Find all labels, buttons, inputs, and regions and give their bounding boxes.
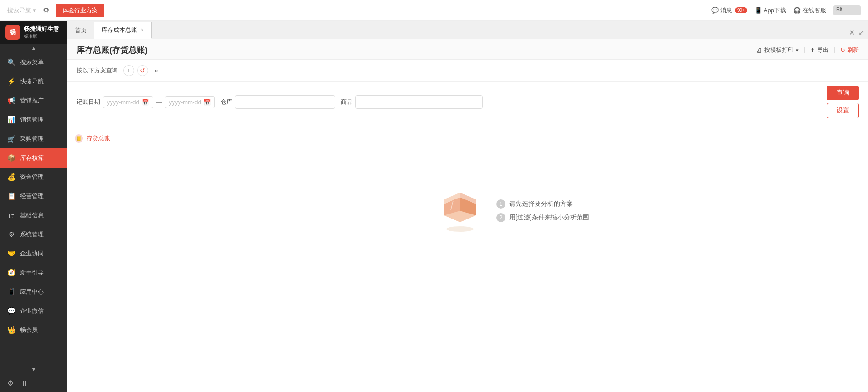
close-panel-icon[interactable]: ✕ (847, 26, 857, 39)
sidebar-item-system[interactable]: ⚙ 系统管理 (0, 225, 67, 244)
empty-tips: 1 请先选择要分析的方案 2 用[过滤]条件来缩小分析范围 (496, 199, 589, 222)
collapse-sidebar-icon[interactable]: ⏸ (21, 379, 28, 387)
tip-num-1: 1 (496, 199, 505, 209)
filter-sidebar-label: 存货总账 (87, 134, 110, 143)
date-field-label: 记账日期 (77, 98, 100, 106)
tip-num-2: 2 (496, 213, 505, 222)
main-layout: 畅 畅捷通好生意 标准版 ▲ 🔍 搜索菜单 ⚡ 快捷导航 📢 营销推广 📊 (0, 21, 868, 392)
sidebar-item-sales[interactable]: 📊 销售管理 (0, 110, 67, 129)
empty-visual: 1 请先选择要分析的方案 2 用[过滤]条件来缩小分析范围 (437, 188, 589, 234)
warehouse-select[interactable]: ··· (235, 95, 335, 109)
query-btn[interactable]: 查询 (827, 86, 859, 100)
sidebar-item-label: 应用中心 (20, 288, 44, 296)
date-start-input[interactable]: yyyy-mm-dd 📅 (103, 96, 153, 108)
filter-fields: 记账日期 yyyy-mm-dd 📅 — yyyy-mm-dd 📅 仓库 (67, 82, 868, 124)
sidebar-item-label: 新手引导 (20, 269, 44, 277)
user-avatar[interactable]: Rit (833, 5, 861, 15)
app-download-icon: 📱 (755, 7, 762, 14)
breadcrumb-chevron-icon: ▾ (33, 7, 36, 14)
filter-collapse-btn[interactable]: « (151, 65, 162, 76)
settings-config-btn[interactable]: 设置 (827, 103, 859, 118)
product-field-group: 商品 ··· (341, 95, 483, 109)
warehouse-more-icon[interactable]: ··· (325, 98, 331, 106)
message-icon: 💬 (711, 7, 719, 14)
export-btn[interactable]: ⬆ 导出 (810, 46, 829, 54)
industry-btn[interactable]: 体验行业方案 (56, 4, 104, 17)
quick-nav-icon: ⚡ (7, 77, 15, 86)
product-label: 商品 (341, 98, 352, 106)
sidebar-item-enterprise[interactable]: 🤝 企业协同 (0, 244, 67, 263)
sidebar-item-app-center[interactable]: 📱 应用中心 (0, 282, 67, 301)
tab-inventory-cost-ledger[interactable]: 库存成本总账 × (94, 22, 152, 39)
tab-inventory-cost-ledger-label: 库存成本总账 (102, 26, 137, 34)
sidebar-item-quick-nav[interactable]: ⚡ 快捷导航 (0, 72, 67, 91)
calendar-end-icon: 📅 (204, 99, 211, 106)
sidebar-item-new-guide[interactable]: 🧭 新手引导 (0, 263, 67, 282)
date-field-group: 记账日期 yyyy-mm-dd 📅 — yyyy-mm-dd 📅 (77, 96, 215, 108)
filter-label: 按以下方案查询 (77, 66, 118, 75)
date-end-placeholder: yyyy-mm-dd (169, 99, 201, 106)
sidebar-item-search-menu[interactable]: 🔍 搜索菜单 (0, 53, 67, 72)
filter-panel: 按以下方案查询 + ↺ « (67, 60, 868, 82)
filter-add-btn[interactable]: + (123, 65, 134, 76)
sidebar-item-operations[interactable]: 📋 经营管理 (0, 187, 67, 206)
sidebar-item-finance[interactable]: 💰 资金管理 (0, 168, 67, 187)
print-template-btn[interactable]: 🖨 按模板打印 ▾ (756, 46, 799, 54)
filter-sidebar: 📒 存货总账 (67, 124, 158, 306)
divider (804, 47, 805, 53)
filter-sidebar-item-inventory-general-ledger[interactable]: 📒 存货总账 (67, 130, 158, 147)
messages-badge: 99+ (735, 7, 747, 13)
sidebar-item-label: 企业微信 (20, 307, 44, 315)
inventory-icon: 📦 (7, 154, 15, 162)
empty-tip-1: 1 请先选择要分析的方案 (496, 199, 589, 209)
content-area: 首页 库存成本总账 × ✕ ⤢ 库存总账(存货总账) 🖨 按模板打印 ▾ (67, 21, 868, 392)
operations-icon: 📋 (7, 192, 15, 200)
divider2 (834, 47, 835, 53)
sidebar-item-member[interactable]: 👑 畅会员 (0, 321, 67, 340)
app-download-btn[interactable]: 📱 App下载 (755, 6, 786, 15)
messages-label: 消息 (720, 6, 732, 15)
page-header: 库存总账(存货总账) 🖨 按模板打印 ▾ ⬆ 导出 ↻ 刷 (67, 39, 868, 60)
sidebar-item-purchase[interactable]: 🛒 采购管理 (0, 129, 67, 148)
logo-text: 畅捷通好生意 标准版 (24, 25, 59, 39)
app-title: 畅捷通好生意 (24, 25, 59, 33)
headset-icon: 🎧 (793, 7, 801, 14)
calendar-icon: 📅 (142, 99, 149, 106)
scroll-up-btn[interactable]: ▲ (0, 44, 67, 53)
tab-close-icon[interactable]: × (141, 27, 144, 33)
sidebar-item-label: 库存核算 (20, 154, 44, 162)
refresh-btn[interactable]: ↻ 刷新 (840, 46, 859, 54)
sidebar-logo: 畅 畅捷通好生意 标准版 (0, 21, 67, 44)
online-support-btn[interactable]: 🎧 在线客服 (793, 6, 826, 15)
tip-text-2: 用[过滤]条件来缩小分析范围 (509, 214, 589, 222)
messages-btn[interactable]: 💬 消息 99+ (711, 6, 747, 15)
export-label: 导出 (817, 46, 829, 54)
tab-home[interactable]: 首页 (67, 22, 94, 39)
logo-icon: 畅 (5, 25, 20, 40)
filter-reset-btn[interactable]: ↺ (137, 65, 148, 76)
tabs-bar: 首页 库存成本总账 × ✕ ⤢ (67, 21, 868, 39)
sidebar-item-enterprise-wechat[interactable]: 💬 企业微信 (0, 301, 67, 321)
sidebar-item-basic-info[interactable]: 🗂 基础信息 (0, 206, 67, 225)
page-actions: 🖨 按模板打印 ▾ ⬆ 导出 ↻ 刷新 (756, 46, 859, 54)
empty-tip-2: 2 用[过滤]条件来缩小分析范围 (496, 213, 589, 222)
sidebar: 畅 畅捷通好生意 标准版 ▲ 🔍 搜索菜单 ⚡ 快捷导航 📢 营销推广 📊 (0, 21, 67, 392)
sales-icon: 📊 (7, 116, 15, 124)
date-start-placeholder: yyyy-mm-dd (107, 99, 139, 106)
purchase-icon: 🛒 (7, 135, 15, 143)
date-end-input[interactable]: yyyy-mm-dd 📅 (165, 96, 215, 108)
empty-box-illustration (437, 188, 483, 234)
refresh-label: 刷新 (847, 46, 859, 54)
tab-home-label: 首页 (75, 26, 87, 35)
sidebar-item-inventory[interactable]: 📦 库存核算 (0, 148, 67, 168)
sidebar-item-label: 经营管理 (20, 192, 44, 200)
settings-bottom-icon[interactable]: ⚙ (7, 379, 14, 387)
empty-state-area: 1 请先选择要分析的方案 2 用[过滤]条件来缩小分析范围 (158, 124, 868, 306)
product-select[interactable]: ··· (355, 95, 483, 109)
breadcrumb-placeholder: 搜索导航 (7, 6, 31, 15)
scroll-down-btn[interactable]: ▼ (0, 365, 67, 374)
expand-panel-icon[interactable]: ⤢ (857, 26, 866, 39)
sidebar-item-marketing[interactable]: 📢 营销推广 (0, 91, 67, 110)
settings-icon-btn[interactable]: ⚙ (40, 4, 52, 17)
product-more-icon[interactable]: ··· (473, 98, 479, 106)
